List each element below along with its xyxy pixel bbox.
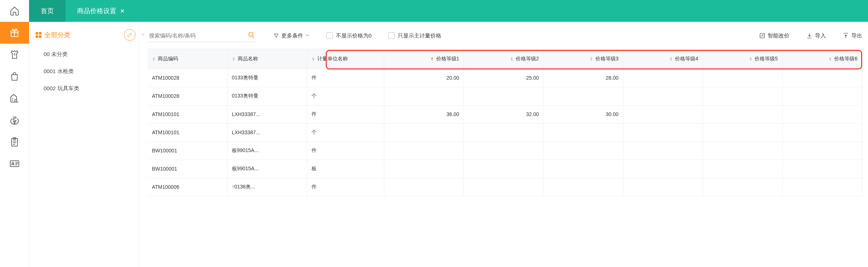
cell-p5[interactable]: [703, 160, 782, 178]
cell-p1[interactable]: [384, 160, 464, 178]
cell-p3[interactable]: [543, 142, 623, 160]
col-header-price4[interactable]: ▲▼价格等级4: [623, 49, 703, 69]
cell-p4[interactable]: [623, 178, 703, 196]
col-header-price1[interactable]: ▲▼价格等级1: [384, 49, 464, 69]
nav-money[interactable]: [0, 109, 29, 131]
cell-p3[interactable]: [543, 123, 623, 142]
nav-home[interactable]: [0, 0, 29, 22]
cell-p4[interactable]: [623, 105, 703, 123]
search-icon[interactable]: [248, 31, 255, 40]
nav-clipboard[interactable]: [0, 131, 29, 153]
nav-rail: $: [0, 0, 29, 267]
cell-p3[interactable]: [543, 87, 623, 105]
cell-p6[interactable]: [782, 160, 862, 178]
export-label: 导出: [851, 32, 862, 39]
cell-unit: 板: [307, 160, 384, 178]
cell-p6[interactable]: [782, 178, 862, 196]
cell-p5[interactable]: [703, 69, 782, 87]
category-item[interactable]: 00 未分类: [41, 46, 138, 63]
col-header-code[interactable]: ▲▼商品编码: [148, 49, 227, 69]
col-header-unit[interactable]: ▲▼计量单位名称: [307, 49, 384, 69]
cell-p4[interactable]: [623, 142, 703, 160]
cell-p5[interactable]: [703, 178, 782, 196]
cell-p4[interactable]: [623, 69, 703, 87]
cell-p2[interactable]: [464, 142, 543, 160]
search-input[interactable]: [148, 29, 257, 42]
nav-gift[interactable]: [0, 22, 29, 44]
col-header-price6[interactable]: ▲▼价格等级6: [782, 49, 862, 69]
checkbox-hide-zero[interactable]: 不显示价格为0: [326, 32, 371, 39]
cell-p1[interactable]: 36.00: [384, 105, 464, 123]
checkbox-main-unit[interactable]: 只显示主计量价格: [388, 32, 441, 39]
export-button[interactable]: 导出: [843, 32, 862, 39]
price-table-wrap: ▲▼商品编码 ▲▼商品名称 ▲▼计量单位名称 ▲▼价格等级1 ▲▼价格等级2 ▲…: [148, 49, 862, 267]
nav-building[interactable]: [0, 87, 29, 109]
category-all[interactable]: 全部分类: [36, 31, 71, 39]
cell-p3[interactable]: [543, 178, 623, 196]
cell-p2[interactable]: [464, 178, 543, 196]
checkbox-label: 不显示价格为0: [336, 32, 371, 39]
cell-code: ATM100028: [148, 69, 227, 87]
table-row[interactable]: BW100001板99015A...板: [148, 160, 862, 178]
col-header-price2[interactable]: ▲▼价格等级2: [464, 49, 543, 69]
cell-p6[interactable]: [782, 105, 862, 123]
top-tabs: 首页 商品价格设置 ✕: [29, 0, 868, 22]
cell-p5[interactable]: [703, 123, 782, 142]
cell-p1[interactable]: 20.00: [384, 69, 464, 87]
checkbox-label: 只显示主计量价格: [398, 32, 441, 39]
edit-category-button[interactable]: [124, 29, 136, 41]
tab-price-settings[interactable]: 商品价格设置 ✕: [65, 0, 136, 22]
cell-p3[interactable]: 30.00: [543, 105, 623, 123]
cell-p1[interactable]: [384, 87, 464, 105]
price-table: ▲▼商品编码 ▲▼商品名称 ▲▼计量单位名称 ▲▼价格等级1 ▲▼价格等级2 ▲…: [148, 49, 862, 196]
cell-p2[interactable]: [464, 87, 543, 105]
cell-p2[interactable]: 25.00: [464, 69, 543, 87]
col-header-price5[interactable]: ▲▼价格等级5: [703, 49, 782, 69]
grid-icon: [36, 32, 41, 38]
cell-p3[interactable]: 28.00: [543, 69, 623, 87]
cell-p2[interactable]: 32.00: [464, 105, 543, 123]
cell-unit: 件: [307, 69, 384, 87]
cell-p1[interactable]: [384, 142, 464, 160]
category-item[interactable]: 0001 水枪类: [41, 63, 138, 80]
cell-unit: 件: [307, 142, 384, 160]
cell-p6[interactable]: [782, 142, 862, 160]
cell-p3[interactable]: [543, 160, 623, 178]
nav-bag[interactable]: [0, 65, 29, 87]
smart-adjust-label: 智能改价: [768, 32, 789, 39]
cell-p1[interactable]: [384, 123, 464, 142]
col-header-price3[interactable]: ▲▼价格等级3: [543, 49, 623, 69]
category-item[interactable]: 0002 玩具车类: [41, 80, 138, 97]
cell-p4[interactable]: [623, 160, 703, 178]
tab-home[interactable]: 首页: [29, 0, 65, 22]
cell-p4[interactable]: [623, 87, 703, 105]
nav-shirt[interactable]: $: [0, 44, 29, 65]
table-row[interactable]: ATM100101LXH33387...件36.0032.0030.00: [148, 105, 862, 123]
smart-adjust-button[interactable]: 智能改价: [759, 32, 789, 39]
category-panel: 全部分类 00 未分类 0001 水枪类 0002 玩具车类: [33, 26, 139, 267]
table-row[interactable]: BW100001板99015A...件: [148, 142, 862, 160]
cell-p6[interactable]: [782, 123, 862, 142]
cell-p2[interactable]: [464, 123, 543, 142]
cell-name: 0133奥特曼: [227, 87, 307, 105]
table-row[interactable]: ATM100101LXH33387...个: [148, 123, 862, 142]
table-row[interactable]: ATM100006↑0138奥...件: [148, 178, 862, 196]
svg-point-7: [249, 32, 253, 37]
col-header-name[interactable]: ▲▼商品名称: [227, 49, 307, 69]
table-row[interactable]: ATM1000280133奥特曼个: [148, 87, 862, 105]
import-button[interactable]: 导入: [806, 32, 826, 39]
cell-p6[interactable]: [782, 87, 862, 105]
cell-name: ↑0138奥...: [227, 178, 307, 196]
cell-p5[interactable]: [703, 105, 782, 123]
nav-idcard[interactable]: [0, 153, 29, 175]
table-row[interactable]: ATM1000280133奥特曼件20.0025.0028.00: [148, 69, 862, 87]
cell-p1[interactable]: [384, 178, 464, 196]
close-icon[interactable]: ✕: [120, 8, 125, 15]
cell-p2[interactable]: [464, 160, 543, 178]
collapse-sidebar[interactable]: «: [139, 26, 148, 267]
more-filters[interactable]: 更多条件 ﹀: [273, 32, 310, 39]
cell-p6[interactable]: [782, 69, 862, 87]
cell-p4[interactable]: [623, 123, 703, 142]
cell-p5[interactable]: [703, 87, 782, 105]
cell-p5[interactable]: [703, 142, 782, 160]
